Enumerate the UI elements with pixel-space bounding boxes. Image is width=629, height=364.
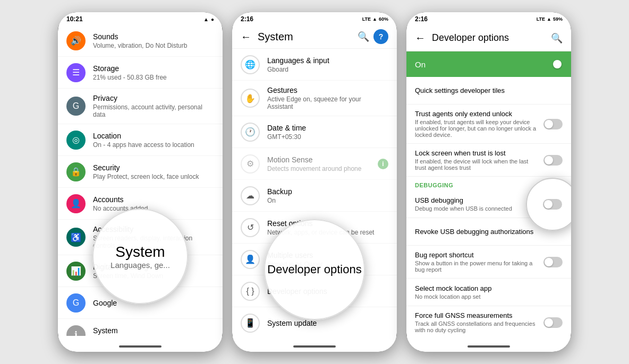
- zoom-circle-1: System Languages, ge...: [92, 209, 188, 304]
- status-bar-2: 2:16 LTE ▲ 60%: [232, 12, 397, 25]
- home-bar-2[interactable]: [293, 345, 336, 348]
- nav-bar-1: [58, 336, 223, 352]
- lockscreen-subtitle: If enabled, the device will lock when th…: [415, 158, 539, 171]
- bugreport-text: Bug report shortcut Show a button in the…: [415, 251, 543, 273]
- battery-icon-3: 59%: [553, 16, 563, 22]
- digital-wellbeing-icon: 📊: [66, 262, 86, 281]
- search-button-2[interactable]: 🔍: [358, 31, 369, 42]
- location-icon: ◎: [66, 131, 86, 150]
- privacy-icon: G: [66, 97, 86, 116]
- update-title: System update: [267, 319, 388, 327]
- zoom-circle-2: Developer options: [264, 219, 365, 320]
- privacy-text: Privacy Permissions, account activity, p…: [93, 94, 214, 118]
- sounds-text: Sounds Volume, vibration, Do Not Disturb: [93, 32, 214, 49]
- motion-info-icon[interactable]: i: [378, 159, 388, 169]
- system-title-header: System: [258, 31, 351, 43]
- motionsense-subtitle: Detects movement around phone: [267, 165, 378, 172]
- status-icons-3: LTE ▲ 59%: [537, 16, 563, 22]
- system-header: ← System 🔍 ?: [232, 25, 397, 49]
- system-item-gestures[interactable]: ✋ Gestures Active Edge on, squeeze for y…: [232, 81, 397, 116]
- datetime-icon: 🕐: [241, 123, 260, 142]
- system-item-languages[interactable]: 🌐 Languages & input Gboard: [232, 49, 397, 81]
- lockscreen-toggle[interactable]: [543, 155, 563, 166]
- update-text: System update: [267, 319, 388, 327]
- dev-on-toggle[interactable]: [543, 59, 563, 70]
- phone-1: 10:21 ▲ ● 🔊 Sounds Volume, vibration, Do…: [58, 12, 223, 352]
- usb-subtitle: Debug mode when USB is connected: [415, 205, 539, 212]
- location-text: Location On - 4 apps have access to loca…: [93, 132, 214, 149]
- dev-options-screen: ← Developer options 🔍 On Quick settings …: [406, 25, 571, 352]
- help-button-2[interactable]: ?: [373, 29, 388, 44]
- settings-item-location[interactable]: ◎ Location On - 4 apps have access to lo…: [58, 124, 223, 156]
- mock-title: Select mock location app: [415, 284, 558, 292]
- home-bar-3[interactable]: [468, 345, 510, 348]
- dev-item-gnss[interactable]: Force full GNSS measurements Track all G…: [406, 306, 571, 339]
- privacy-title: Privacy: [93, 94, 214, 102]
- home-bar-1[interactable]: [119, 345, 162, 348]
- system-item-datetime[interactable]: 🕐 Date & time GMT+05:30: [232, 116, 397, 148]
- accounts-icon: 👤: [66, 194, 86, 213]
- dev-item-usb[interactable]: USB debugging Debug mode when USB is con…: [406, 190, 571, 218]
- backup-icon: ☁: [241, 186, 260, 205]
- languages-text: Languages & input Gboard: [267, 56, 388, 73]
- wifi-icon-2: LTE: [362, 16, 371, 22]
- accounts-title: Accounts: [93, 195, 214, 204]
- signal-icon-3: ▲: [547, 16, 551, 22]
- security-icon: 🔒: [66, 162, 86, 181]
- dev-item-lockscreen[interactable]: Lock screen when trust is lost If enable…: [406, 144, 571, 177]
- settings-item-storage[interactable]: ☰ Storage 21% used - 50.83 GB free: [58, 57, 223, 89]
- system-item-motionsense[interactable]: ⚙ Motion Sense Detects movement around p…: [232, 148, 397, 180]
- system-item-backup[interactable]: ☁ Backup On: [232, 180, 397, 212]
- settings-item-sounds[interactable]: 🔊 Sounds Volume, vibration, Do Not Distu…: [58, 25, 223, 57]
- status-bar-3: 2:16 LTE ▲ 59%: [406, 12, 571, 25]
- usb-toggle-large[interactable]: [543, 199, 562, 210]
- sounds-subtitle: Volume, vibration, Do Not Disturb: [93, 42, 214, 49]
- status-icons-2: LTE ▲ 60%: [362, 16, 388, 22]
- dev-item-bugreport[interactable]: Bug report shortcut Show a button in the…: [406, 246, 571, 279]
- motionsense-icon: ⚙: [241, 154, 260, 174]
- back-button-3[interactable]: ←: [415, 32, 426, 44]
- time-3: 2:16: [415, 15, 428, 23]
- trustagents-subtitle: If enabled, trust agents will keep your …: [415, 119, 539, 138]
- lockscreen-title: Lock screen when trust is lost: [415, 149, 539, 157]
- signal-icon: ●: [211, 16, 214, 22]
- zoom-sub-1: Languages, ge...: [110, 261, 170, 270]
- security-title: Security: [93, 163, 214, 172]
- system-screen: ← System 🔍 ? 🌐 Languages & input Gboard …: [232, 25, 397, 352]
- bugreport-toggle[interactable]: [543, 257, 563, 267]
- settings-item-security[interactable]: 🔒 Security Play Protect, screen lock, fa…: [58, 156, 223, 188]
- gestures-subtitle: Active Edge on, squeeze for your Assista…: [267, 96, 388, 110]
- accessibility-icon: ♿: [66, 228, 86, 247]
- gestures-icon: ✋: [241, 89, 260, 108]
- dev-item-mock[interactable]: Select mock location app No mock locatio…: [406, 279, 571, 306]
- quicksettings-title: Quick settings developer tiles: [415, 86, 558, 94]
- developer-icon: { }: [241, 282, 260, 301]
- gestures-text: Gestures Active Edge on, squeeze for you…: [267, 86, 388, 110]
- gnss-text: Force full GNSS measurements Track all G…: [415, 311, 543, 333]
- backup-subtitle: On: [267, 197, 388, 204]
- location-title: Location: [93, 132, 214, 140]
- motionsense-title: Motion Sense: [267, 155, 378, 164]
- back-button-2[interactable]: ←: [241, 31, 251, 43]
- search-button-3[interactable]: 🔍: [551, 32, 563, 44]
- gestures-title: Gestures: [267, 86, 388, 94]
- motionsense-text: Motion Sense Detects movement around pho…: [267, 155, 378, 172]
- gnss-toggle[interactable]: [543, 317, 563, 328]
- settings-item-privacy[interactable]: G Privacy Permissions, account activity,…: [58, 89, 223, 124]
- phone-3: 2:16 LTE ▲ 59% ← Developer options 🔍 On: [406, 12, 571, 352]
- dev-item-quicksettings[interactable]: Quick settings developer tiles: [406, 77, 571, 105]
- dev-header: ← Developer options 🔍: [406, 25, 571, 51]
- dev-item-trustagents[interactable]: Trust agents only extend unlock If enabl…: [406, 105, 571, 144]
- revoke-text: Revoke USB debugging authorizations: [415, 228, 563, 236]
- trustagents-title: Trust agents only extend unlock: [415, 110, 539, 118]
- backup-text: Backup On: [267, 187, 388, 204]
- trustagents-toggle[interactable]: [543, 119, 563, 129]
- zoom-main-2: Developer options: [267, 263, 361, 276]
- google-icon: G: [66, 293, 86, 313]
- signal-icon-2: ▲: [372, 16, 377, 22]
- languages-subtitle: Gboard: [267, 66, 388, 73]
- battery-icon-2: 60%: [379, 16, 388, 22]
- wifi-icon: ▲: [203, 16, 209, 22]
- sounds-icon: 🔊: [66, 31, 86, 50]
- privacy-subtitle: Permissions, account activity, personal …: [93, 103, 214, 118]
